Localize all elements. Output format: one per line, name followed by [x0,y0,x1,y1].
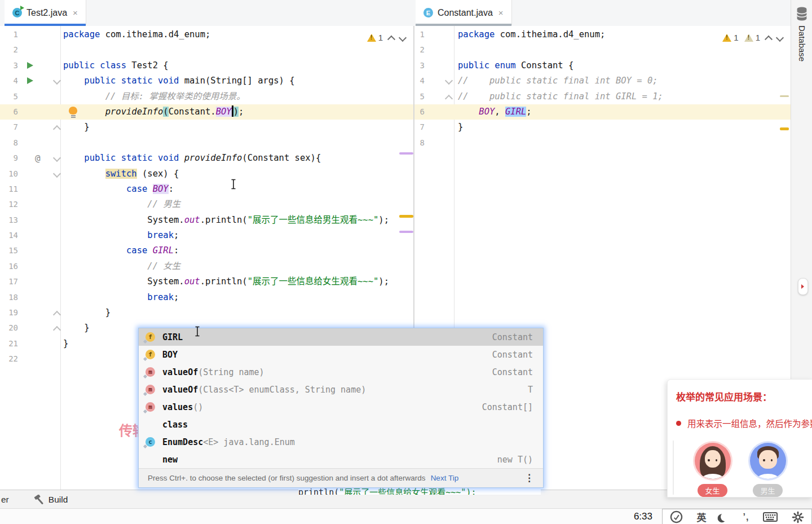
code-text: switch (sex) { [63,166,179,182]
code-text: package com.itheima.d4_enum; [63,27,210,42]
code-line[interactable]: 14 break; [0,228,413,243]
next-tip-link[interactable]: Next Tip [431,474,459,482]
ime-punct-icon[interactable]: ’, [743,512,749,522]
method-icon: m [145,402,155,412]
run-icon[interactable] [27,62,33,69]
code-line[interactable]: 5 // 目标: 掌握枚举类的使用场景。 [0,89,413,104]
line-number: 8 [0,135,18,151]
code-line[interactable]: 1package com.itheima.d4_enum; [0,27,413,42]
code-line[interactable]: 2 [414,42,791,58]
avatar-male: 男生 [750,443,786,497]
warnings-count: 1 [756,33,760,42]
code-line[interactable]: 6 BOY, GIRL; [414,104,791,120]
error-stripe-mark[interactable] [780,95,789,97]
completion-name: valueOf [162,367,198,377]
inspection-item[interactable]: 1 [722,33,738,42]
code-line[interactable]: 19 } [0,305,413,320]
ime-keyboard-icon[interactable] [763,512,778,522]
completion-name: new [162,455,178,465]
tab-test2-java[interactable]: C Test2.java × [5,0,86,25]
fold-icon[interactable] [445,94,453,102]
editor-tab-bar: C Test2.java × E Constant.java × [0,0,791,27]
error-stripe-mark[interactable] [399,152,413,155]
code-line[interactable]: 12 // 男生 [0,197,413,212]
code-area[interactable]: 1package com.itheima.d4_enum;23public en… [414,26,791,151]
line-number: 11 [0,182,18,197]
fold-icon[interactable] [53,311,61,319]
database-tool-button[interactable]: Database [791,0,812,61]
code-line[interactable]: 7} [414,120,791,135]
completion-type: Constant [492,350,533,360]
chevron-up-icon[interactable] [765,35,773,43]
code-sliver: println("展示了一些信息给女生观看~~~"); [298,487,541,495]
fold-icon[interactable] [53,125,61,133]
ime-logo-icon[interactable] [670,510,683,523]
code-text: // 女生 [63,259,180,274]
fold-icon[interactable] [53,154,61,162]
code-line[interactable]: 8 [0,135,413,151]
build-button[interactable]: Build [34,495,68,505]
code-line[interactable]: 13 System.out.println("展示了一些信息给男生观看~~~")… [0,213,413,228]
code-line[interactable]: 15 case GIRL: [0,243,413,258]
code-area[interactable]: 1package com.itheima.d4_enum;23public cl… [0,26,413,367]
ime-settings-icon[interactable] [792,511,804,523]
ime-lang-toggle[interactable]: 英 [697,510,707,524]
code-line[interactable]: 16 // 女生 [0,259,413,274]
code-line[interactable]: 3public enum Constant { [414,58,791,73]
fold-icon[interactable] [53,169,61,177]
fold-icon[interactable] [445,77,453,85]
class-icon: c [145,437,155,447]
code-text: System.out.println("展示了一些信息给女生观看~~~"); [63,274,389,289]
error-stripe-mark[interactable] [780,127,789,130]
fold-icon[interactable] [53,326,61,334]
code-line[interactable]: 5// public static final int GIRL = 1; [414,89,791,104]
close-icon[interactable]: × [73,8,78,17]
error-stripe-mark[interactable] [399,231,413,233]
completion-item[interactable]: newnew T() [139,451,543,468]
completion-item[interactable]: mvalues()Constant[] [139,398,543,416]
tab-constant-java[interactable]: E Constant.java × [416,0,512,25]
bullet-dot-icon [676,421,681,426]
warning-icon [722,34,731,42]
line-number: 3 [0,58,18,73]
chevron-up-icon[interactable] [387,35,395,43]
chevron-down-icon[interactable] [776,33,784,41]
completion-item[interactable]: mvalueOf(String name)Constant [139,363,543,381]
run-icon[interactable] [27,77,33,84]
code-line[interactable]: 6 provideInfo(Constant.BOY); [0,104,413,120]
side-panel-handle[interactable] [798,278,808,295]
database-label: Database [797,25,807,61]
code-line[interactable]: 9@ public static void provideInfo(Consta… [0,151,413,166]
build-label: Build [48,495,68,505]
line-number: 18 [0,290,18,305]
completion-item[interactable]: cEnumDesc<E> java.lang.Enum [139,433,543,451]
completion-item[interactable]: mvalueOf(Class<T> enumClass, String name… [139,381,543,398]
code-line[interactable]: 7 } [0,120,413,135]
completion-item[interactable]: class [139,416,543,433]
code-line[interactable]: 4// public static final int BOY = 0; [414,73,791,89]
code-line[interactable]: 3public class Test2 { [0,58,413,73]
error-stripe-mark[interactable] [399,215,413,218]
code-line[interactable]: 10 switch (sex) { [0,166,413,182]
code-line[interactable]: 4 public static void main(String[] args)… [0,73,413,89]
code-line[interactable]: 17 System.out.println("展示了一些信息给女生观看~~~")… [0,274,413,289]
inspection-widget[interactable]: 1 [367,33,405,42]
chevron-down-icon[interactable] [399,33,407,41]
completion-item[interactable]: fBOYConstant [139,346,543,363]
male-badge: 男生 [753,484,782,497]
fold-icon[interactable] [53,77,61,85]
ime-moon-icon[interactable] [720,512,730,522]
toolwindow-partial-label[interactable]: er [1,495,9,505]
lightbulb-icon[interactable] [69,107,77,115]
close-icon[interactable]: × [498,8,504,17]
code-line[interactable]: 8 [414,135,791,151]
code-line[interactable]: 11 case BOY: [0,182,413,197]
inspection-item[interactable]: 1 [367,33,383,42]
taskbar: 6:33 英 ’, [0,508,812,524]
weak-warning-icon [744,34,753,42]
code-line[interactable]: 2 [0,42,413,58]
inspection-item[interactable]: 1 [744,33,760,42]
code-line[interactable]: 18 break; [0,290,413,305]
kebab-menu-icon[interactable]: ⋮ [524,472,534,484]
inspection-widget[interactable]: 11 [722,33,783,42]
